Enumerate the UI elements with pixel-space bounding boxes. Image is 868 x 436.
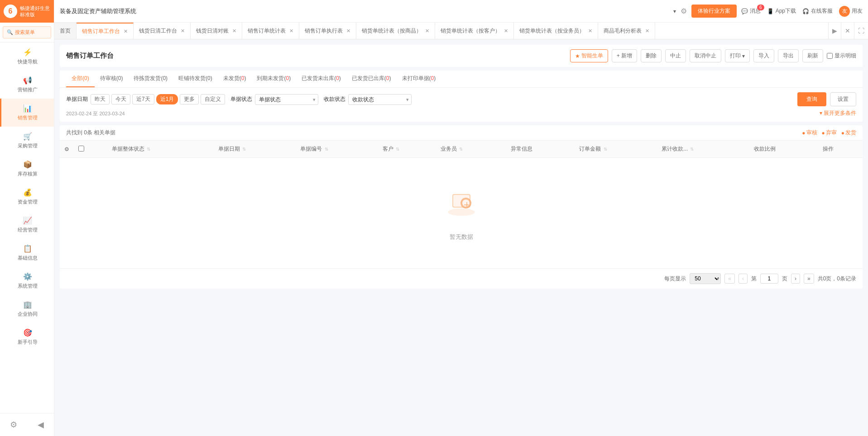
th-status: 单据整体状态 ⇅ bbox=[107, 141, 214, 158]
sort-amount-icon[interactable]: ⇅ bbox=[604, 147, 607, 152]
toolbar: ★ 智能生单 + 新增 删除 中止 取消中止 打印 ▾ 导入 导出 刷新 显示明… bbox=[570, 49, 856, 62]
sidebar-item-system[interactable]: ⚙️ 系统管理 bbox=[0, 267, 54, 295]
prev-page-button[interactable]: ‹ bbox=[739, 274, 748, 284]
sort-customer-icon[interactable]: ⇅ bbox=[396, 147, 399, 152]
sub-tab-pending-inspect[interactable]: 待拣货发货(0) bbox=[128, 71, 173, 87]
th-action: 操作 bbox=[818, 141, 863, 158]
tab-close-cashflow-daily[interactable]: ✕ bbox=[181, 28, 185, 33]
sort-date-icon[interactable]: ⇅ bbox=[242, 147, 246, 152]
filter-settings-button[interactable]: 设置 bbox=[830, 92, 856, 106]
tab-close-sales-stats-staff[interactable]: ✕ bbox=[588, 28, 592, 33]
marketing-icon: 📢 bbox=[23, 76, 32, 85]
query-button[interactable]: 查询 bbox=[797, 92, 826, 106]
tab-cashflow-reconcile[interactable]: 钱货日清对账 ✕ bbox=[191, 23, 242, 39]
filter-more-btn[interactable]: 更多 bbox=[180, 94, 199, 104]
empty-illustration bbox=[443, 185, 480, 227]
sidebar-item-guide[interactable]: 🎯 新手引导 bbox=[0, 323, 54, 351]
page-size-select[interactable]: 50 10 20 100 bbox=[690, 273, 721, 284]
sidebar-item-marketing[interactable]: 📢 营销推广 bbox=[0, 71, 54, 99]
sidebar-item-quick-nav[interactable]: ⚡ 快捷导航 bbox=[0, 43, 54, 71]
ship-action-button[interactable]: ● 发货 bbox=[841, 129, 856, 137]
tab-close-sales-stats-customer[interactable]: ✕ bbox=[504, 28, 508, 33]
import-button[interactable]: 导入 bbox=[753, 49, 774, 62]
sub-tab-pending-review[interactable]: 待审核(0) bbox=[95, 71, 129, 87]
sort-collected-icon[interactable]: ⇅ bbox=[690, 147, 694, 152]
export-button[interactable]: 导出 bbox=[778, 49, 799, 62]
user-menu[interactable]: 友 用友 bbox=[839, 6, 863, 17]
filter-custom-btn[interactable]: 自定义 bbox=[201, 94, 225, 104]
sort-staff-icon[interactable]: ⇅ bbox=[459, 147, 463, 152]
sort-number-icon[interactable]: ⇅ bbox=[325, 147, 328, 152]
select-all-checkbox[interactable] bbox=[78, 146, 84, 152]
sidebar-item-operations[interactable]: 📈 经营管理 bbox=[0, 211, 54, 239]
filter-last7-btn[interactable]: 近7天 bbox=[132, 94, 154, 104]
tab-close-product-profit[interactable]: ✕ bbox=[645, 28, 649, 33]
sidebar-item-finance[interactable]: 💰 资金管理 bbox=[0, 183, 54, 211]
sub-tab-shipped-not-out[interactable]: 已发货未出库(0) bbox=[296, 71, 346, 87]
collapse-sidebar-icon[interactable]: ◀ bbox=[36, 418, 46, 431]
search-menu-button[interactable]: 🔍 搜索菜单 bbox=[3, 26, 51, 38]
tab-close-sales-order-stats[interactable]: ✕ bbox=[289, 28, 293, 33]
suspend-button[interactable]: 中止 bbox=[665, 49, 686, 62]
topbar-dropdown[interactable]: ▾ bbox=[673, 8, 676, 14]
sidebar-item-inventory[interactable]: 📦 库存核算 bbox=[0, 155, 54, 183]
sidebar-logo: 6 畅捷通好生意 标准版 bbox=[0, 0, 54, 23]
filter-last1m-btn[interactable]: 近1月 bbox=[156, 94, 178, 104]
review-action-button[interactable]: ● 审核 bbox=[802, 129, 817, 137]
cancel-suspend-button[interactable]: 取消中止 bbox=[690, 49, 721, 62]
print-button[interactable]: 打印 ▾ bbox=[725, 49, 750, 62]
sub-tab-wangpu-pending[interactable]: 旺铺待发货(0) bbox=[173, 71, 218, 87]
add-button[interactable]: + 新增 bbox=[612, 49, 637, 62]
show-detail-checkbox-label[interactable]: 显示明细 bbox=[827, 52, 856, 60]
sub-tab-not-shipped[interactable]: 未发货(0) bbox=[218, 71, 252, 87]
table-scroll-area[interactable]: ⚙ 单据整体状态 ⇅ 单据日期 ⇅ bbox=[60, 141, 863, 268]
tab-close-sales-order-exec[interactable]: ✕ bbox=[346, 28, 350, 33]
first-page-button[interactable]: « bbox=[724, 274, 735, 284]
column-settings-icon[interactable]: ⚙ bbox=[64, 146, 69, 152]
tab-sales-order-workbench[interactable]: 销售订单工作台 ✕ bbox=[77, 23, 134, 39]
unaudit-action-button[interactable]: ● 弃审 bbox=[822, 129, 837, 137]
tab-close-sales-stats-product[interactable]: ✕ bbox=[425, 28, 429, 33]
tab-sales-stats-staff[interactable]: 销货单统计表（按业务员） ✕ bbox=[514, 23, 598, 39]
tab-maximize-icon[interactable]: ⛶ bbox=[854, 23, 868, 39]
sub-tab-shipped-out[interactable]: 已发货已出库(0) bbox=[346, 71, 397, 87]
expand-conditions-button[interactable]: ▾ 展开更多条件 bbox=[820, 109, 856, 117]
page-number-input[interactable] bbox=[760, 274, 778, 284]
sidebar-item-basic-info[interactable]: 📋 基础信息 bbox=[0, 239, 54, 267]
online-service-button[interactable]: 🎧 在线客服 bbox=[802, 7, 833, 15]
smart-generate-button[interactable]: ★ 智能生单 bbox=[570, 49, 608, 62]
tab-sales-order-stats[interactable]: 销售订单统计表 ✕ bbox=[242, 23, 299, 39]
topbar-settings-icon[interactable]: ⚙ bbox=[681, 7, 687, 15]
sort-status-icon[interactable]: ⇅ bbox=[147, 147, 150, 152]
solution-button[interactable]: 体验行业方案 bbox=[691, 5, 737, 18]
filter-today-btn[interactable]: 今天 bbox=[111, 94, 130, 104]
settings-bottom-icon[interactable]: ⚙ bbox=[8, 418, 19, 431]
last-page-button[interactable]: » bbox=[804, 274, 814, 284]
tab-cashflow-daily[interactable]: 钱货日清工作台 ✕ bbox=[134, 23, 191, 39]
sidebar-item-sales[interactable]: 📊 销售管理 bbox=[0, 99, 54, 127]
tab-close-cashflow-reconcile[interactable]: ✕ bbox=[232, 28, 236, 33]
tab-sales-stats-product[interactable]: 销货单统计表（按商品） ✕ bbox=[356, 23, 435, 39]
tab-close-sales-order-workbench[interactable]: ✕ bbox=[124, 29, 128, 34]
tab-product-profit[interactable]: 商品毛利分析表 ✕ bbox=[598, 23, 655, 39]
delete-button[interactable]: 删除 bbox=[641, 49, 662, 62]
show-detail-checkbox[interactable] bbox=[827, 53, 833, 59]
sub-tab-expired-not-shipped[interactable]: 到期未发货(0) bbox=[251, 71, 296, 87]
refresh-button[interactable]: 刷新 bbox=[802, 49, 823, 62]
tab-sales-stats-customer[interactable]: 销货单统计表（按客户） ✕ bbox=[435, 23, 514, 39]
sidebar-item-purchase[interactable]: 🛒 采购管理 bbox=[0, 127, 54, 155]
tab-sales-order-exec[interactable]: 销售订单执行表 ✕ bbox=[299, 23, 356, 39]
sub-tab-not-printed[interactable]: 未打印单据(0) bbox=[397, 71, 441, 87]
app-download-button[interactable]: 📱 App下载 bbox=[767, 7, 796, 15]
tab-home[interactable]: 首页 bbox=[54, 23, 77, 39]
filter-payment-select[interactable]: 收款状态 bbox=[348, 94, 412, 105]
next-page-button[interactable]: › bbox=[791, 274, 800, 284]
sub-tab-all[interactable]: 全部(0) bbox=[66, 71, 95, 87]
tab-scroll-right-icon[interactable]: ▶ bbox=[828, 23, 841, 39]
tab-close-all-icon[interactable]: ✕ bbox=[841, 23, 854, 39]
message-button[interactable]: 💬 消息 6 bbox=[741, 7, 761, 15]
filter-status-select[interactable]: 单据状态 bbox=[255, 94, 318, 105]
filter-yesterday-btn[interactable]: 昨天 bbox=[91, 94, 110, 104]
sidebar-item-enterprise[interactable]: 🏢 企业协同 bbox=[0, 295, 54, 323]
finance-icon: 💰 bbox=[23, 188, 32, 197]
